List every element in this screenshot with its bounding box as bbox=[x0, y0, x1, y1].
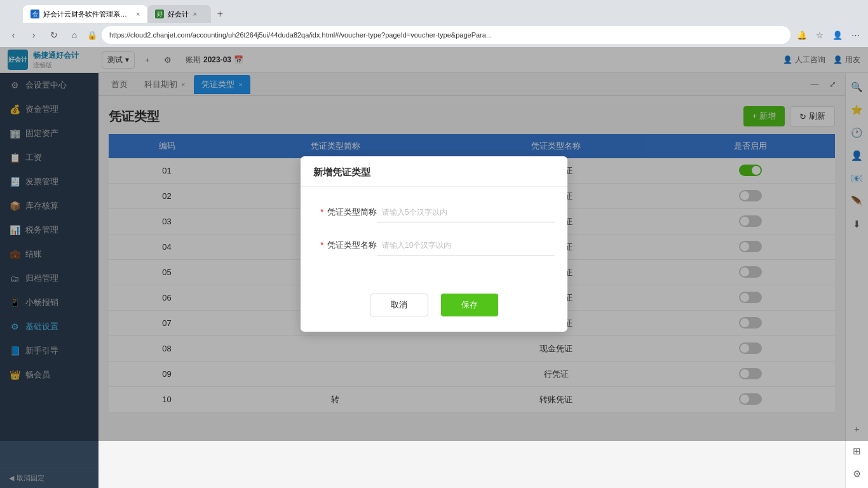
nav-back-button[interactable]: ‹ bbox=[5, 27, 22, 43]
new-voucher-type-dialog: 新增凭证类型 * 凭证类型简称 * 凭证类型名称 取消 保存 bbox=[301, 156, 567, 332]
browser-actions: 🔔 ☆ 👤 ⋯ bbox=[794, 27, 863, 43]
required-mark-abbr: * bbox=[320, 207, 323, 217]
bookmark-btn[interactable]: ☆ bbox=[812, 27, 827, 43]
form-row-name: * 凭证类型名称 bbox=[313, 235, 555, 255]
tab-favicon-1: 会 bbox=[31, 10, 39, 18]
sidebar-footer[interactable]: ◀ 取消固定 bbox=[0, 468, 98, 488]
tab-favicon-2: 好 bbox=[155, 10, 164, 18]
tab-bar: 会 好会计云财务软件管理系统_会计 × 好 好会计 × + bbox=[0, 0, 868, 23]
dialog-title: 新增凭证类型 bbox=[313, 166, 370, 177]
lock-icon: 🔒 bbox=[86, 29, 98, 41]
extension-btn[interactable]: 🔔 bbox=[794, 27, 810, 43]
address-bar: ‹ › ↻ ⌂ 🔒 🔔 ☆ 👤 ⋯ bbox=[0, 23, 868, 47]
nav-home-button[interactable]: ⌂ bbox=[66, 27, 83, 43]
tab-close-2[interactable]: × bbox=[193, 10, 196, 18]
dialog-overlay: 新增凭证类型 * 凭证类型简称 * 凭证类型名称 取消 保存 bbox=[0, 47, 868, 441]
voucher-abbr-input[interactable] bbox=[377, 202, 555, 222]
address-input[interactable] bbox=[102, 26, 790, 44]
nav-forward-button[interactable]: › bbox=[25, 27, 42, 43]
required-mark-name: * bbox=[320, 240, 323, 250]
unpin-icon: ◀ bbox=[9, 474, 14, 482]
tab-title-1: 好会计云财务软件管理系统_会计 bbox=[43, 10, 132, 19]
form-row-abbr: * 凭证类型简称 bbox=[313, 202, 555, 222]
rp-grid-btn[interactable]: ⊞ bbox=[848, 442, 866, 460]
voucher-name-input[interactable] bbox=[377, 235, 555, 255]
browser-tab-2[interactable]: 好 好会计 × bbox=[147, 5, 211, 23]
form-label-name: * 凭证类型名称 bbox=[313, 240, 377, 251]
browser-tab-active[interactable]: 会 好会计云财务软件管理系统_会计 × bbox=[23, 5, 147, 23]
form-label-abbr: * 凭证类型简称 bbox=[313, 207, 377, 218]
dialog-footer: 取消 保存 bbox=[301, 283, 567, 332]
new-tab-button[interactable]: + bbox=[211, 5, 229, 23]
settings-btn[interactable]: ⋯ bbox=[848, 27, 863, 43]
nav-refresh-button[interactable]: ↻ bbox=[46, 27, 62, 43]
save-button[interactable]: 保存 bbox=[441, 294, 498, 316]
dialog-body: * 凭证类型简称 * 凭证类型名称 bbox=[301, 187, 567, 283]
browser-chrome: 会 好会计云财务软件管理系统_会计 × 好 好会计 × + ‹ › ↻ ⌂ 🔒 … bbox=[0, 0, 868, 47]
dialog-header: 新增凭证类型 bbox=[301, 156, 567, 187]
tab-close-1[interactable]: × bbox=[136, 10, 140, 18]
rp-settings-btn[interactable]: ⚙ bbox=[848, 465, 866, 483]
unpin-label: 取消固定 bbox=[17, 473, 44, 483]
profile-btn[interactable]: 👤 bbox=[830, 27, 845, 43]
tab-title-2: 好会计 bbox=[168, 10, 189, 19]
cancel-button[interactable]: 取消 bbox=[370, 294, 428, 316]
